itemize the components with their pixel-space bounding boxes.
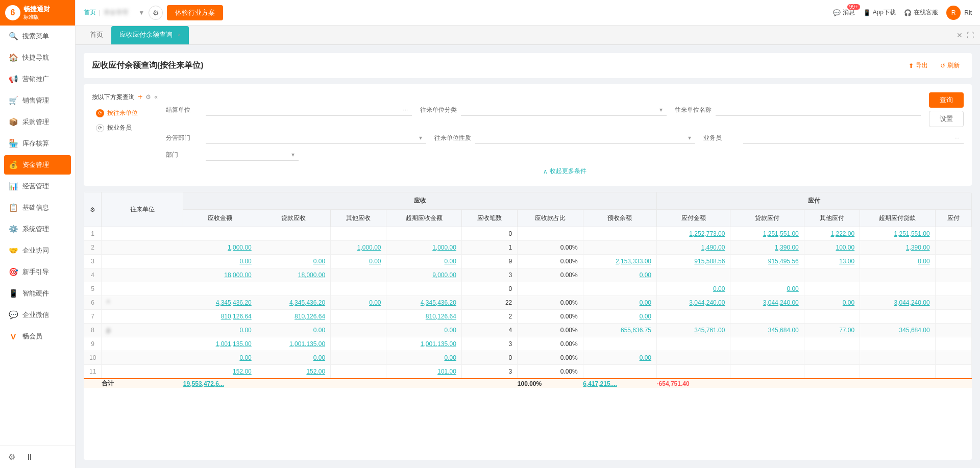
row-overdue-pay[interactable]: 345,684.00 [860, 324, 935, 337]
row-overdue-recv[interactable]: 9,000.00 [386, 268, 461, 282]
row-loan-pay[interactable]: 3,044,240.00 [730, 296, 804, 310]
collapse-more-button[interactable]: ∧ 收起更多条件 [166, 165, 964, 178]
app-download-button[interactable]: 📱 App下载 [863, 8, 896, 17]
sidebar-item-quick-nav[interactable]: 🏠 快捷导航 [0, 47, 75, 68]
managing-dept-dropdown-icon[interactable]: ▾ [419, 134, 422, 141]
row-other-recv[interactable]: 0.00 [331, 296, 386, 310]
tab-active[interactable]: 应收应付余额查询 × [111, 26, 189, 44]
row-pay-amount[interactable]: 1,490.00 [657, 241, 730, 255]
partner-category-dropdown-icon[interactable]: ▾ [659, 106, 663, 113]
sidebar-item-beginner[interactable]: 🎯 新手引导 [0, 261, 75, 283]
row-loan-recv[interactable]: 152.00 [257, 365, 330, 379]
row-other-pay[interactable]: 1,222.00 [804, 227, 860, 241]
row-loan-recv[interactable]: 810,126.64 [257, 310, 330, 324]
row-overdue-pay[interactable]: 0.00 [860, 255, 935, 268]
row-recv-amount[interactable]: 810,126.64 [183, 310, 257, 324]
salesperson-dots[interactable]: ··· [954, 134, 960, 141]
row-loan-pay[interactable]: 345,684.00 [730, 324, 804, 337]
online-service-button[interactable]: 🎧 在线客服 [904, 8, 938, 17]
collapse-icon[interactable]: ⏸ [26, 453, 34, 462]
row-overdue-recv[interactable]: 1,001,135.00 [386, 337, 461, 351]
row-advance-bal[interactable]: 2,153,333.00 [583, 255, 656, 268]
row-pay-amount[interactable]: 0.00 [657, 282, 730, 296]
row-loan-pay[interactable]: 1,390.00 [730, 241, 804, 255]
row-advance-bal[interactable]: 0.00 [583, 296, 656, 310]
sidebar-item-smart-hw[interactable]: 📱 智能硬件 [0, 283, 75, 304]
row-overdue-recv[interactable]: 810,126.64 [386, 310, 461, 324]
tab-close-icon[interactable]: × [178, 32, 181, 38]
query-option-by-partner[interactable]: ⟳ 按往来单位 [92, 106, 158, 120]
settings-button-filter[interactable]: 设置 [929, 111, 964, 127]
row-recv-amount[interactable]: 0.00 [183, 255, 257, 268]
row-advance-bal[interactable]: 0.00 [583, 310, 656, 324]
row-recv-amount[interactable]: 1,000.00 [183, 241, 257, 255]
row-pay-amount[interactable]: 915,508.56 [657, 255, 730, 268]
th-settings[interactable]: ⚙ [84, 192, 102, 227]
export-button[interactable]: ⬆ 导出 [904, 59, 932, 72]
row-other-pay[interactable]: 13.00 [804, 255, 860, 268]
settings-icon[interactable]: ⚙ [8, 452, 15, 462]
partner-nature-dropdown-icon[interactable]: ▾ [688, 134, 691, 141]
row-other-pay[interactable]: 77.00 [804, 324, 860, 337]
row-recv-amount[interactable]: 0.00 [183, 351, 257, 365]
footer-receivable-amount[interactable]: 19,553,472,6... [183, 379, 257, 388]
row-overdue-pay[interactable]: 1,390.00 [860, 241, 935, 255]
row-overdue-recv[interactable]: 1,000.00 [386, 241, 461, 255]
message-button[interactable]: 💬 消息 99+ [833, 8, 855, 17]
row-pay-amount[interactable]: 345,761.00 [657, 324, 730, 337]
expand-icon[interactable]: ⛶ [967, 31, 974, 39]
collapse-left-icon[interactable]: « [154, 93, 158, 101]
row-recv-amount[interactable]: 1,001,135.00 [183, 337, 257, 351]
row-overdue-recv[interactable]: 4,345,436.20 [386, 296, 461, 310]
sidebar-item-enterprise[interactable]: 🤝 企业协同 [0, 240, 75, 261]
sidebar-item-inventory[interactable]: 🏪 库存核算 [0, 133, 75, 154]
row-loan-recv[interactable]: 4,345,436.20 [257, 296, 330, 310]
row-recv-amount[interactable]: 4,345,436.20 [183, 296, 257, 310]
row-other-pay[interactable]: 0.00 [804, 296, 860, 310]
refresh-button[interactable]: ↺ 刷新 [936, 59, 964, 72]
row-loan-recv[interactable]: 18,000.00 [257, 268, 330, 282]
footer-advance-balance[interactable]: 6,417,215.... [583, 379, 656, 388]
query-button[interactable]: 查询 [929, 92, 964, 108]
row-loan-recv[interactable]: 0.00 [257, 324, 330, 337]
row-other-pay[interactable]: 100.00 [804, 241, 860, 255]
partner-name-input[interactable] [716, 104, 921, 116]
row-pay-amount[interactable]: 3,044,240.00 [657, 296, 730, 310]
row-loan-pay[interactable]: 915,495.56 [730, 255, 804, 268]
close-window-icon[interactable]: ✕ [957, 31, 963, 39]
row-loan-pay[interactable]: 1,251,551.00 [730, 227, 804, 241]
sidebar-item-wechat[interactable]: 💬 企业微信 [0, 304, 75, 326]
sidebar-item-marketing[interactable]: 📢 营销推广 [0, 68, 75, 90]
row-overdue-recv[interactable]: 0.00 [386, 351, 461, 365]
row-loan-pay[interactable]: 0.00 [730, 282, 804, 296]
sidebar-item-member[interactable]: V 畅会员 [0, 326, 75, 347]
sidebar-item-system[interactable]: ⚙️ 系统管理 [0, 218, 75, 240]
row-advance-bal[interactable]: 0.00 [583, 351, 656, 365]
row-recv-amount[interactable]: 0.00 [183, 324, 257, 337]
row-other-recv[interactable]: 0.00 [331, 255, 386, 268]
sidebar-item-search-menu[interactable]: 🔍 搜索菜单 [0, 26, 75, 47]
settings-button[interactable]: ⚙ [149, 6, 163, 20]
sidebar-item-operation[interactable]: 📊 经营管理 [0, 176, 75, 197]
sidebar-item-sales[interactable]: 🛒 销售管理 [0, 90, 75, 111]
dept-dropdown-icon[interactable]: ▾ [291, 151, 295, 158]
row-recv-amount[interactable]: 18,000.00 [183, 268, 257, 282]
sidebar-item-purchase[interactable]: 📦 采购管理 [0, 111, 75, 133]
promo-button[interactable]: 体验行业方案 [167, 5, 223, 20]
tab-home[interactable]: 首页 [82, 26, 111, 44]
row-advance-bal[interactable]: 655,636.75 [583, 324, 656, 337]
row-other-recv[interactable]: 1,000.00 [331, 241, 386, 255]
settings-circle-icon[interactable]: ⚙ [145, 93, 151, 101]
row-overdue-recv[interactable]: 0.00 [386, 255, 461, 268]
row-overdue-recv[interactable]: 101.00 [386, 365, 461, 379]
row-overdue-pay[interactable]: 3,044,240.00 [860, 296, 935, 310]
row-overdue-pay[interactable]: 1,251,551.00 [860, 227, 935, 241]
row-recv-amount[interactable]: 152.00 [183, 365, 257, 379]
sidebar-item-finance[interactable]: 💰 资金管理 [4, 155, 71, 175]
row-overdue-recv[interactable]: 0.00 [386, 324, 461, 337]
sidebar-item-basic-info[interactable]: 📋 基础信息 [0, 197, 75, 218]
settlement-unit-dots[interactable]: ··· [403, 106, 408, 113]
row-advance-bal[interactable]: 0.00 [583, 268, 656, 282]
row-pay-amount[interactable]: 1,252,773.00 [657, 227, 730, 241]
row-loan-recv[interactable]: 0.00 [257, 351, 330, 365]
